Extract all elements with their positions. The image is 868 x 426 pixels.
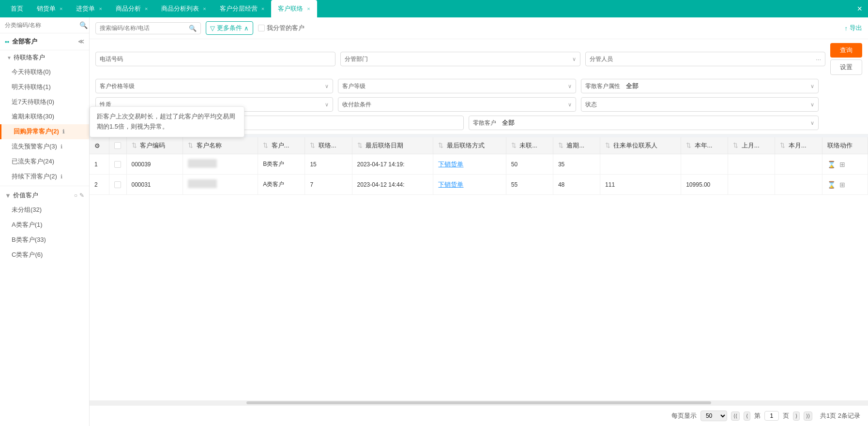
- col-last-month[interactable]: ⇅ 上月...: [728, 137, 775, 154]
- close-sales-order-icon[interactable]: ×: [60, 0, 62, 17]
- col-checkbox[interactable]: [109, 137, 126, 154]
- filter-customer-level[interactable]: 客户等级 ∨: [338, 79, 576, 93]
- scrollbar-thumb[interactable]: [246, 401, 711, 404]
- pagination-bar: 每页显示 50 100 200 ⟨⟨ ⟨ 第 页 ⟩ ⟩⟩ 共1页 2条记录: [90, 405, 868, 426]
- close-customer-segment-icon[interactable]: ×: [261, 0, 264, 17]
- per-page-select[interactable]: 50 100 200: [700, 411, 727, 421]
- prev-page-button[interactable]: ⟨: [744, 411, 750, 421]
- nav-customer-segment[interactable]: 客户分层经营 ×: [213, 0, 271, 17]
- repurchase-tooltip: 距客户上次交易时长，超过了此客户的平均交易周期的1.5倍，则视为异常。: [90, 106, 244, 137]
- nav-product-analysis-list[interactable]: 商品分析列表 ×: [154, 0, 213, 17]
- my-customers-checkbox[interactable]: [258, 25, 265, 31]
- sort-icon: ⇅: [263, 142, 268, 149]
- filter-payment-term[interactable]: 收付款条件 ∨: [338, 97, 576, 112]
- sidebar-item-repurchase-abnormal[interactable]: 回购异常客户(2) ℹ: [0, 124, 89, 139]
- nav-sales-order[interactable]: 销货单 ×: [30, 0, 69, 17]
- cell-last-method-1[interactable]: 下销货单: [433, 154, 506, 175]
- value-customer-group-header[interactable]: ▼ 价值客户 ○ ✎: [0, 188, 89, 203]
- filter-status[interactable]: 状态 ∨: [581, 97, 819, 112]
- cell-actions-1: ⌛ ⊞: [822, 154, 868, 175]
- nav-customer-contact[interactable]: 客户联络 ×: [271, 0, 317, 17]
- pending-contact-group[interactable]: ▼ 待联络客户: [0, 50, 89, 65]
- col-customer-name[interactable]: ⇅ 客户名称: [183, 137, 258, 154]
- col-customer-code[interactable]: ⇅ 客户编码: [126, 137, 183, 154]
- sidebar-item-lost-customers[interactable]: 已流失客户(24): [0, 154, 89, 169]
- sidebar-item-overdue[interactable]: 逾期未联络(30): [0, 109, 89, 124]
- filter-supervisor[interactable]: 分管人员 ···: [585, 52, 825, 66]
- lost-preview-info-icon[interactable]: ℹ: [61, 144, 62, 149]
- close-purchase-order-icon[interactable]: ×: [99, 0, 102, 17]
- sidebar-item-b-class[interactable]: B类客户(33): [0, 233, 89, 248]
- filter-scattered-customer[interactable]: 零散客户 全部 ∨: [469, 116, 819, 130]
- export-button[interactable]: ↑ 导出: [845, 24, 863, 32]
- search-input[interactable]: [100, 25, 187, 31]
- repurchase-info-icon[interactable]: ℹ: [62, 129, 64, 134]
- col-last-contact-date[interactable]: ⇅ 最后联络日期: [352, 137, 433, 154]
- col-unlisted[interactable]: ⇅ 未联...: [506, 137, 553, 154]
- customer-name-blurred-2: [188, 179, 217, 188]
- search-icon[interactable]: 🔍: [189, 25, 197, 32]
- filter-department[interactable]: 分管部门 ∨: [340, 52, 580, 66]
- sidebar-item-ungrouped[interactable]: 未分组(32): [0, 203, 89, 218]
- close-product-analysis-icon[interactable]: ×: [145, 0, 148, 17]
- sidebar-search-icon[interactable]: 🔍: [79, 21, 88, 29]
- next-page-button[interactable]: ⟩: [793, 411, 800, 421]
- sort-icon: ⇅: [780, 142, 785, 149]
- action-link-icon-2[interactable]: ⌛: [827, 181, 836, 189]
- select-all-checkbox[interactable]: [114, 142, 121, 149]
- nav-purchase-order[interactable]: 进货单 ×: [69, 0, 108, 17]
- col-settings[interactable]: ⚙: [90, 137, 109, 154]
- row-checkbox-2[interactable]: [114, 181, 121, 188]
- col-unit-contact[interactable]: ⇅ 往来单位联系人: [600, 137, 681, 154]
- cell-seq-2: 2: [90, 175, 109, 195]
- col-overdue[interactable]: ⇅ 逾期...: [553, 137, 600, 154]
- nav-home[interactable]: 首页: [4, 0, 30, 17]
- value-customer-arrow-icon: ▼: [5, 192, 11, 199]
- sidebar-item-a-class[interactable]: A类客户(1): [0, 218, 89, 233]
- nav-product-analysis[interactable]: 商品分析 ×: [109, 0, 154, 17]
- action-grid-icon-1[interactable]: ⊞: [839, 161, 845, 168]
- sidebar-item-lost-preview[interactable]: 流失预警客户(3) ℹ: [0, 139, 89, 154]
- filter-price-level[interactable]: 客户价格等级 ∨: [95, 79, 333, 93]
- table-area: ⚙ ⇅ 客户编码 ⇅ 客户名称: [90, 137, 868, 400]
- last-page-button[interactable]: ⟩⟩: [804, 411, 812, 421]
- value-customer-circle-icon[interactable]: ○: [74, 192, 77, 199]
- sidebar-item-c-class[interactable]: C类客户(6): [0, 248, 89, 263]
- price-level-dropdown-icon: ∨: [325, 83, 329, 89]
- sidebar-item-declining[interactable]: 持续下滑客户(2) ℹ: [0, 169, 89, 184]
- close-window-button[interactable]: ×: [857, 4, 862, 14]
- col-this-month[interactable]: ⇅ 本月...: [775, 137, 822, 154]
- table-row: 1 000039 B类客户 15 2023-04-17 14:19: 下销货单: [90, 154, 868, 175]
- col-actions: 联络动作: [822, 137, 868, 154]
- filter-scattered-attr[interactable]: 零散客户属性 全部 ∨: [581, 79, 819, 93]
- sidebar-item-today[interactable]: 今天待联络(0): [0, 65, 89, 80]
- cell-checkbox-1[interactable]: [109, 154, 126, 175]
- horizontal-scrollbar[interactable]: [90, 400, 868, 405]
- current-page-input[interactable]: [764, 411, 779, 421]
- sidebar-collapse-icon[interactable]: ≪: [78, 38, 84, 45]
- filter-phone[interactable]: 电话号码: [95, 52, 335, 66]
- col-this-year[interactable]: ⇅ 本年...: [681, 137, 728, 154]
- declining-info-icon[interactable]: ℹ: [61, 174, 62, 179]
- col-customer-type[interactable]: ⇅ 客户...: [258, 137, 305, 154]
- all-customers-header[interactable]: ▪▪ 全部客户 ≪: [0, 33, 89, 50]
- sidebar-item-tomorrow[interactable]: 明天待联络(1): [0, 80, 89, 95]
- value-customer-edit-icon[interactable]: ✎: [79, 192, 84, 199]
- cell-checkbox-2[interactable]: [109, 175, 126, 195]
- sidebar-item-7days[interactable]: 近7天待联络(0): [0, 95, 89, 110]
- cell-last-method-2[interactable]: 下销货单: [433, 175, 506, 195]
- col-last-contact-method[interactable]: ⇅ 最后联络方式: [433, 137, 506, 154]
- close-customer-contact-icon[interactable]: ×: [307, 0, 310, 17]
- more-filters-button[interactable]: ▽ 更多条件 ∧: [206, 21, 253, 35]
- action-link-icon-1[interactable]: ⌛: [827, 161, 836, 168]
- close-product-analysis-list-icon[interactable]: ×: [203, 0, 206, 17]
- col-contact-count[interactable]: ⇅ 联络...: [305, 137, 352, 154]
- reset-button[interactable]: 设置: [830, 59, 862, 75]
- supervisor-more-icon[interactable]: ···: [816, 56, 821, 63]
- sidebar-search-input[interactable]: [5, 22, 77, 29]
- first-page-button[interactable]: ⟨⟨: [731, 411, 740, 421]
- query-button[interactable]: 查询: [830, 43, 862, 58]
- cell-this-year-2: 10995.00: [681, 175, 728, 195]
- row-checkbox-1[interactable]: [114, 161, 121, 168]
- action-grid-icon-2[interactable]: ⊞: [839, 181, 845, 189]
